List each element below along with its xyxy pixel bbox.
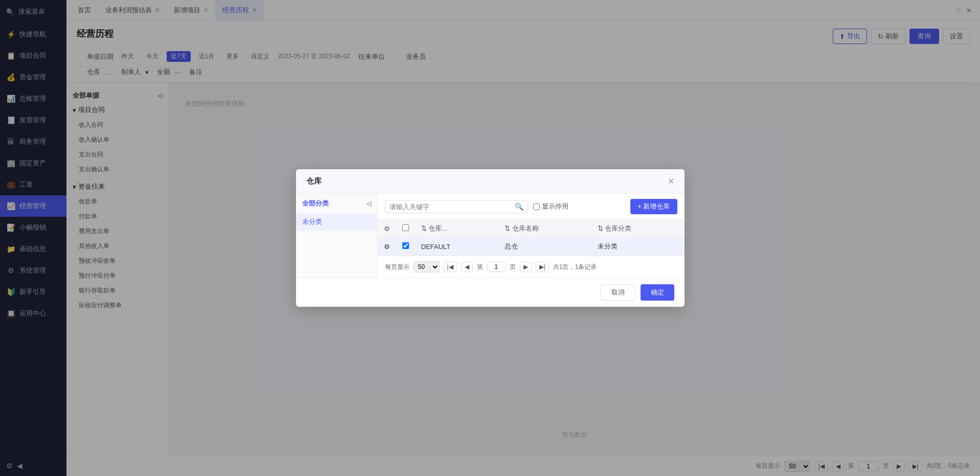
row-checkbox[interactable] [402,242,409,249]
warehouse-table: ⚙ ⇅ 仓库... ⇅ [378,220,685,256]
category-item-unclassified[interactable]: 未分类 [296,213,377,231]
modal-title: 仓库 [306,176,322,186]
sort-icon-category[interactable]: ⇅ [598,224,603,232]
modal-table-body: ⚙ DEFAULT 总仓 未分类 [378,238,685,256]
search-box: 🔍 [385,200,528,213]
modal-close-button[interactable]: ✕ [668,176,674,186]
modal-first-page-btn[interactable]: |◀ [444,262,457,272]
modal-prev-page-btn[interactable]: ◀ [461,262,473,272]
row-checkbox-cell [396,238,415,256]
modal-category-panel: 全部分类 ◁ 未分类 [296,194,378,278]
row-code: DEFAULT [415,238,499,256]
row-settings[interactable]: ⚙ [378,238,396,256]
show-disabled-group: 显示停用 [533,202,568,211]
gear-icon[interactable]: ⚙ [384,225,390,233]
table-row[interactable]: ⚙ DEFAULT 总仓 未分类 [378,238,685,256]
collapse-category-icon[interactable]: ◁ [367,200,371,207]
modal-pagination: 每页显示 50 100 |◀ ◀ 第 页 ▶ ▶| 共1页，1条记录 [378,256,685,278]
modal-total-label: 共1页，1条记录 [553,263,597,271]
select-all-checkbox[interactable] [402,224,409,231]
modal-table-container: ⚙ ⇅ 仓库... ⇅ [378,220,685,256]
modal-page-input[interactable] [487,262,506,272]
sort-icon-name[interactable]: ⇅ [505,224,510,232]
modal-page-word: 第 [477,263,483,271]
search-input[interactable] [390,203,512,211]
warehouse-modal: 仓库 ✕ 全部分类 ◁ 未分类 🔍 [296,169,685,307]
modal-body: 全部分类 ◁ 未分类 🔍 显示停用 [296,194,685,278]
th-settings: ⚙ [378,220,396,238]
modal-table-panel: 🔍 显示停用 + 新增仓库 [378,194,685,278]
cancel-button[interactable]: 取消 [601,284,635,301]
sort-icon-code[interactable]: ⇅ [421,224,427,232]
row-gear-icon: ⚙ [384,243,390,251]
confirm-button[interactable]: 确定 [641,284,674,301]
modal-per-page-label: 每页显示 [385,263,409,271]
th-checkbox [396,220,415,238]
add-warehouse-button[interactable]: + 新增仓库 [630,199,677,214]
th-category: ⇅ 仓库分类 [591,220,685,238]
show-disabled-checkbox[interactable] [533,203,540,210]
modal-header: 仓库 ✕ [296,169,685,194]
row-category: 未分类 [591,238,685,256]
category-header[interactable]: 全部分类 ◁ [296,194,377,213]
modal-per-page-select[interactable]: 50 100 [414,261,440,273]
th-name: ⇅ 仓库名称 [498,220,591,238]
modal-actions: 取消 确定 [296,278,685,307]
row-name: 总仓 [498,238,591,256]
modal-toolbar: 🔍 显示停用 + 新增仓库 [378,194,685,220]
th-code: ⇅ 仓库... [415,220,499,238]
all-categories-label: 全部分类 [302,199,329,208]
modal-page-label: 页 [510,263,516,271]
modal-next-page-btn[interactable]: ▶ [520,262,532,272]
modal-overlay[interactable]: 仓库 ✕ 全部分类 ◁ 未分类 🔍 [0,0,980,476]
table-header: ⚙ ⇅ 仓库... ⇅ [378,220,685,238]
search-icon-modal: 🔍 [515,202,523,211]
modal-last-page-btn[interactable]: ▶| [536,262,549,272]
show-disabled-label: 显示停用 [542,202,568,211]
